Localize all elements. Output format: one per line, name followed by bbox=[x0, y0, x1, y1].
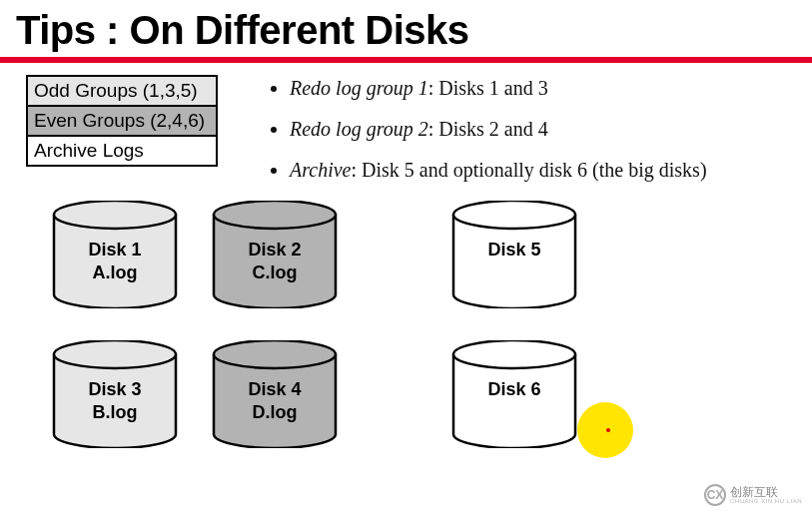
bullet-item: Archive: Disk 5 and optionally disk 6 (t… bbox=[290, 159, 797, 182]
bullet-item: Redo log group 1: Disks 1 and 3 bbox=[290, 77, 797, 100]
bullet-em: Redo log group 2 bbox=[290, 118, 428, 140]
disk6-cylinder: Disk 6 bbox=[451, 340, 577, 448]
disk6-label: Disk 6 bbox=[451, 378, 577, 401]
legend-archive: Archive Logs bbox=[28, 137, 216, 165]
svg-point-0 bbox=[54, 201, 176, 229]
svg-point-4 bbox=[214, 340, 336, 368]
disk-name: Disk 3 bbox=[52, 378, 178, 401]
bullet-item: Redo log group 2: Disks 2 and 4 bbox=[290, 118, 797, 141]
disk4-label: Disk 4D.log bbox=[212, 378, 338, 425]
bullet-em: Archive bbox=[290, 159, 351, 181]
bullet-rest: : Disks 2 and 4 bbox=[428, 118, 548, 140]
content-area: Odd Groups (1,3,5) Even Groups (2,4,6) A… bbox=[0, 63, 812, 514]
slide-title: Tips : On Different Disks bbox=[0, 0, 812, 57]
disk4-cylinder: Disk 4D.log bbox=[212, 340, 338, 448]
svg-point-1 bbox=[214, 201, 336, 229]
bullet-em: Redo log group 1 bbox=[290, 77, 428, 99]
legend-odd-groups: Odd Groups (1,3,5) bbox=[28, 77, 216, 107]
disk2-cylinder: Disk 2C.log bbox=[212, 201, 338, 308]
disk-file: B.log bbox=[52, 401, 178, 424]
legend-box: Odd Groups (1,3,5) Even Groups (2,4,6) A… bbox=[26, 75, 218, 167]
disk1-label: Disk 1A.log bbox=[52, 239, 178, 285]
disk-name: Disk 6 bbox=[451, 378, 577, 401]
svg-point-2 bbox=[453, 201, 575, 229]
disk-file: A.log bbox=[52, 261, 178, 284]
watermark-text: 创新互联 bbox=[730, 486, 802, 498]
svg-point-5 bbox=[453, 340, 575, 368]
laser-pointer-icon bbox=[577, 402, 633, 458]
disk-name: Disk 1 bbox=[52, 239, 178, 261]
disk1-cylinder: Disk 1A.log bbox=[52, 201, 178, 308]
disk-name: Disk 5 bbox=[451, 239, 577, 261]
bullet-rest: : Disk 5 and optionally disk 6 (the big … bbox=[351, 159, 706, 181]
legend-even-groups: Even Groups (2,4,6) bbox=[28, 107, 216, 137]
disk5-label: Disk 5 bbox=[451, 239, 577, 261]
disk5-cylinder: Disk 5 bbox=[451, 201, 577, 308]
disk3-label: Disk 3B.log bbox=[52, 378, 178, 425]
svg-point-3 bbox=[54, 340, 176, 368]
disk2-label: Disk 2C.log bbox=[212, 239, 338, 285]
watermark-sub: CHUANG XIN HU LIAN bbox=[730, 498, 802, 504]
disk3-cylinder: Disk 3B.log bbox=[52, 340, 178, 448]
disk-name: Disk 2 bbox=[212, 239, 338, 261]
disk-file: D.log bbox=[212, 401, 338, 424]
bullet-list: Redo log group 1: Disks 1 and 3 Redo log… bbox=[268, 77, 797, 200]
disk-file: C.log bbox=[212, 261, 338, 284]
watermark-logo-icon: CX bbox=[704, 484, 726, 506]
bullet-rest: : Disks 1 and 3 bbox=[428, 77, 548, 99]
disk-name: Disk 4 bbox=[212, 378, 338, 401]
watermark: CX 创新互联 CHUANG XIN HU LIAN bbox=[704, 484, 802, 506]
